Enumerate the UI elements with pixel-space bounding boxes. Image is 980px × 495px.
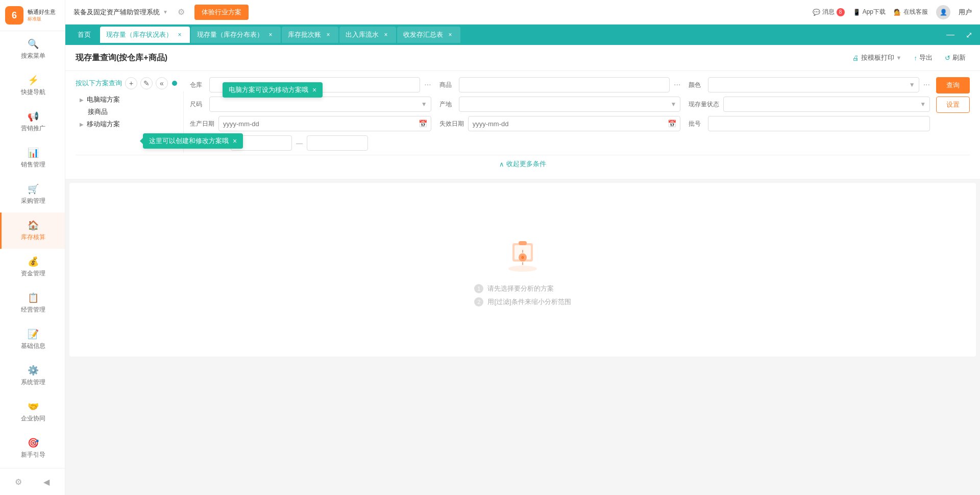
sidebar-item-finance[interactable]: 💰 资金管理 — [0, 249, 65, 285]
scheme-item-desktop[interactable]: ▶ 电脑端方案 — [76, 93, 177, 106]
query-btn[interactable]: 查询 — [936, 77, 970, 93]
color-dots[interactable]: ··· — [923, 80, 930, 89]
color-select-wrap[interactable] — [708, 77, 919, 92]
refresh-btn[interactable]: ↺ 刷新 — [941, 51, 970, 64]
expire-date-label: 失效日期 — [439, 120, 464, 128]
filter-area: 按以下方案查询 + ✎ « — [65, 71, 980, 179]
notification-action[interactable]: 💬 消息 8 — [813, 8, 845, 16]
main-area: 装备及固定资产辅助管理系统 ▼ ⚙ 体验行业方案 💬 消息 8 📱 App下载 … — [65, 0, 980, 495]
sidebar-item-purchase[interactable]: 🛒 采购管理 — [0, 176, 65, 213]
scheme-item-goods[interactable]: 接商品 — [76, 106, 177, 118]
sidebar-item-marketing[interactable]: 📢 营销推广 — [0, 104, 65, 140]
tab-close-1[interactable]: × — [176, 31, 184, 39]
mobile-expand-icon: ▶ — [80, 122, 84, 127]
inventory-state-select[interactable] — [723, 97, 930, 112]
sidebar-label-search: 搜索菜单 — [21, 52, 45, 60]
inventory-main-end[interactable] — [307, 135, 368, 151]
tab-inout-flow-label: 出入库流水 — [346, 30, 379, 39]
expire-date-field: 失效日期 📅 — [439, 116, 681, 131]
sidebar-collapse-btn[interactable]: ◀ — [39, 475, 54, 489]
batch-input[interactable] — [708, 116, 930, 131]
tab-close-5[interactable]: × — [446, 31, 454, 39]
sidebar-label-cooperation: 企业协同 — [21, 414, 45, 423]
topbar-settings-btn[interactable]: ⚙ — [174, 5, 188, 19]
sidebar-item-quick[interactable]: ⚡ 快捷导航 — [0, 67, 65, 104]
empty-steps: 1 请先选择要分析的方案 2 用[过滤]条件来缩小分析范围 — [474, 284, 571, 307]
set-btn[interactable]: 设置 — [936, 97, 970, 113]
tabbar-maximize-btn[interactable]: ⤢ — [962, 28, 976, 42]
tabbar-minimize-btn[interactable]: — — [943, 28, 958, 42]
print-icon: 🖨 — [852, 54, 859, 62]
sidebar-item-cooperation[interactable]: 🤝 企业协同 — [0, 394, 65, 430]
back-scheme-icon: « — [160, 79, 164, 87]
system-selector[interactable]: 装备及固定资产辅助管理系统 ▼ — [74, 8, 168, 17]
sidebar-item-sales[interactable]: 📊 销售管理 — [0, 140, 65, 176]
batch-field: 批号 — [689, 116, 930, 131]
scheme-item-mobile[interactable]: ▶ 移动端方案 — [76, 118, 177, 130]
sidebar-item-basic[interactable]: 📝 基础信息 — [0, 321, 65, 358]
template-print-btn[interactable]: 🖨 按模板打印 ▼ — [848, 51, 906, 64]
add-scheme-btn[interactable]: + — [125, 77, 137, 89]
goods-field: 商品 ··· — [439, 77, 681, 92]
sidebar-label-marketing: 营销推广 — [21, 124, 45, 133]
sidebar-item-system[interactable]: ⚙️ 系统管理 — [0, 358, 65, 394]
sidebar-item-management[interactable]: 📋 经营管理 — [0, 285, 65, 321]
online-support-action[interactable]: 💁 在线客服 — [894, 8, 928, 16]
content-area: 现存量查询(按仓库+商品) 🖨 按模板打印 ▼ ↑ 导出 ↺ 刷新 — [65, 45, 980, 495]
edit-scheme-btn[interactable]: ✎ — [140, 77, 153, 89]
add-scheme-icon: + — [129, 79, 133, 87]
tab-batch-ledger[interactable]: 库存批次账 × — [282, 27, 338, 43]
desktop-expand-icon: ▶ — [80, 97, 84, 103]
minimize-icon: — — [946, 30, 954, 39]
management-icon: 📋 — [28, 292, 39, 303]
tab-inventory-dist[interactable]: 现存量（库存分布表） × — [191, 27, 281, 43]
sidebar-item-inventory[interactable]: 🏠 库存核算 — [0, 213, 65, 249]
collapse-btn[interactable]: ∧ 收起更多条件 — [499, 159, 546, 169]
produce-date-calendar-icon: 📅 — [419, 120, 427, 128]
system-selector-arrow: ▼ — [163, 9, 168, 15]
system-icon: ⚙️ — [28, 365, 39, 376]
export-btn[interactable]: ↑ 导出 — [910, 51, 937, 64]
goods-dots[interactable]: ··· — [674, 80, 680, 89]
produce-date-input[interactable] — [218, 116, 431, 131]
trial-btn[interactable]: 体验行业方案 — [194, 5, 249, 20]
tab-inventory-dist-label: 现存量（库存分布表） — [197, 30, 263, 39]
scheme-mobile-label: 移动端方案 — [87, 120, 120, 129]
scheme-edit-tooltip-close[interactable]: × — [233, 137, 237, 145]
collapse-label: 收起更多条件 — [506, 159, 546, 169]
warehouse-label: 仓库 — [190, 81, 205, 89]
marketing-icon: 📢 — [28, 111, 39, 122]
tab-close-3[interactable]: × — [324, 31, 332, 39]
sidebar-item-guide[interactable]: 🎯 新手引导 — [0, 430, 65, 466]
page-header: 现存量查询(按仓库+商品) 🖨 按模板打印 ▼ ↑ 导出 ↺ 刷新 — [65, 45, 980, 71]
batch-label: 批号 — [689, 120, 704, 128]
sidebar-item-search[interactable]: 🔍 搜索菜单 — [0, 31, 65, 67]
size-select[interactable] — [209, 97, 431, 112]
sidebar-label-sales: 销售管理 — [21, 160, 45, 169]
color-label: 颜色 — [689, 81, 704, 89]
inventory-state-field: 现存量状态 ▼ — [689, 97, 930, 112]
user-avatar: 👤 — [936, 5, 950, 19]
app-download-action[interactable]: 📱 App下载 — [853, 8, 886, 16]
step-num-2: 2 — [474, 297, 483, 307]
scheme-mobile-tooltip: 电脑方案可设为移动方案哦 × — [223, 82, 323, 98]
sidebar-label-inventory: 库存核算 — [21, 233, 45, 242]
tab-close-2[interactable]: × — [266, 31, 275, 39]
tab-close-4[interactable]: × — [382, 31, 390, 39]
warehouse-dots[interactable]: ··· — [424, 80, 431, 89]
scheme-mobile-tooltip-close[interactable]: × — [312, 86, 316, 94]
tab-inventory-status[interactable]: 现存量（库存状况表） × — [100, 27, 190, 43]
page-title: 现存量查询(按仓库+商品) — [76, 53, 167, 63]
empty-step-1: 1 请先选择要分析的方案 — [474, 284, 571, 293]
tab-inout-flow[interactable]: 出入库流水 × — [339, 27, 396, 43]
tab-home[interactable]: 首页 — [69, 27, 99, 43]
sidebar-logo: 6 畅通好生意 标准版 — [0, 0, 65, 31]
step-num-1: 1 — [474, 284, 483, 293]
sidebar-settings-btn[interactable]: ⚙ — [11, 475, 26, 489]
back-scheme-btn[interactable]: « — [156, 77, 168, 89]
step-2-text: 用[过滤]条件来缩小分析范围 — [487, 297, 571, 307]
expire-date-input[interactable] — [468, 116, 681, 131]
user-name[interactable]: 用户 — [959, 8, 972, 17]
tab-summary[interactable]: 收发存汇总表 × — [397, 27, 460, 43]
origin-select[interactable] — [459, 97, 681, 112]
